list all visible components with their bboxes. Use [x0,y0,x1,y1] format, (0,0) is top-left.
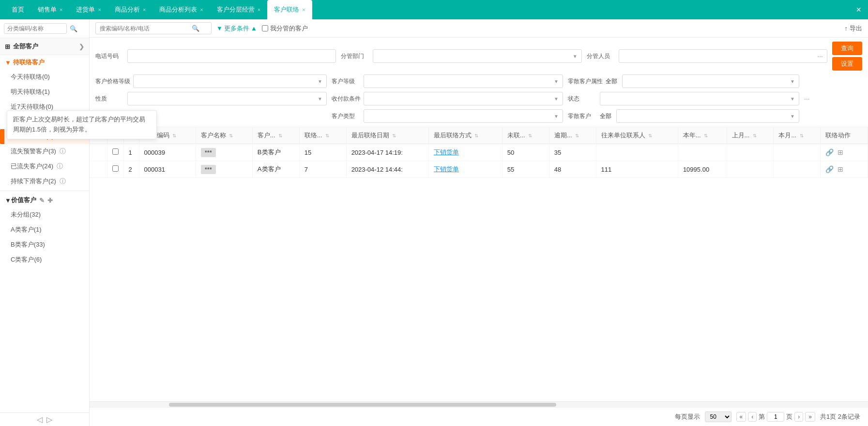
sidebar-all-customers[interactable]: ⊞ 全部客户 ❯ [0,38,89,55]
filter-customer-type-select[interactable]: ▼ [364,109,563,123]
filter-status-select[interactable]: ▼ [600,92,799,105]
filter-department-label: 分管部门 [341,52,370,60]
first-page-button[interactable]: « [736,412,746,422]
nav-customer-contact[interactable]: 客户联络 × [267,0,312,19]
filter-retail-attr-field: 零散客户属性 全部 ▼ [568,74,799,88]
scroll-thumb[interactable] [169,403,556,407]
th-uncontacted[interactable]: 未联... ⇅ [502,127,549,144]
th-last-contact-date[interactable]: 最后联络日期 ⇅ [346,127,428,144]
th-past-unit-contact[interactable]: 往来单位联系人 ⇅ [596,127,678,144]
nav-product-analysis[interactable]: 商品分析 × [108,0,152,19]
cell-method-0[interactable]: 下销货单 [428,144,502,161]
cell-checkbox-1[interactable] [107,161,123,178]
contact-method-link-0[interactable]: 下销货单 [434,148,459,156]
th-overdue[interactable]: 逾期... ⇅ [549,127,596,144]
sort-thismonth-icon: ⇅ [800,133,804,138]
nav-product-analysis-list[interactable]: 商品分析列表 × [152,0,210,19]
more-filters-button[interactable]: ▼ 更多条件 ▲ [216,24,257,33]
add-icon[interactable]: ✚ [47,197,53,204]
close-product-analysis-list-icon[interactable]: × [200,7,203,13]
sidebar-search-input[interactable] [4,23,67,34]
sidebar-item-class-b[interactable]: B类客户(33) [0,237,89,252]
last-page-button[interactable]: » [805,412,815,422]
export-button[interactable]: ↑ 导出 [845,24,863,33]
sidebar-item-tomorrow-pending[interactable]: 明天待联络(1) [0,85,89,100]
more-options-icon[interactable]: ··· [817,52,823,60]
filter-nature-field: 性质 ▼ [95,92,327,105]
sidebar-item-unclassified[interactable]: 未分组(32) [0,207,89,222]
cell-method-1[interactable]: 下销货单 [428,161,502,178]
filter-customer-grade-field: 客户等级 ▼ [332,74,563,88]
th-customer-type[interactable]: 客户... ⇅ [252,127,299,144]
customer-table: ⚙ 客户编码 ⇅ 客户名称 ⇅ 客户... ⇅ 联络... ⇅ 最后联络日期 ⇅… [90,127,868,178]
chevron-down-retail-icon: ▼ [790,79,795,84]
filter-payment-select[interactable]: ▼ [364,92,563,105]
filter-nature-select[interactable]: ▼ [127,92,327,105]
sidebar-group-value-customers[interactable]: ▼ 价值客户 ✎ ✚ [0,193,89,207]
sidebar-expand-btn[interactable]: ▷ [46,415,52,424]
grid-action-icon-0[interactable]: ⊞ [838,148,843,156]
page-number-input[interactable] [767,412,784,422]
grid-action-icon-1[interactable]: ⊞ [838,165,843,173]
filter-search-input[interactable] [100,25,192,32]
sidebar-item-class-a[interactable]: A类客户(1) [0,222,89,237]
settings-button[interactable]: 设置 [832,57,862,71]
nav-sales-order[interactable]: 销售单 × [31,0,69,19]
row-checkbox-0[interactable] [112,148,119,155]
sidebar-item-class-c[interactable]: C类客户(6) [0,252,89,267]
sidebar-section-pending-contact[interactable]: ▼ 待联络客户 [0,55,89,70]
next-page-button[interactable]: › [794,412,803,422]
filter-customer-grade-select[interactable]: ▼ [364,74,563,88]
filter-price-grade-label: 客户价格等级 [95,77,130,86]
nav-customer-segmentation[interactable]: 客户分层经营 × [210,0,267,19]
sidebar-item-declining[interactable]: 持续下滑客户(2) ⓘ [0,174,89,189]
cell-thismonth-0 [774,144,821,161]
prev-page-button[interactable]: ‹ [748,412,757,422]
th-this-year[interactable]: 本年... ⇅ [678,127,727,144]
filter-phone-input[interactable] [127,49,336,63]
contact-method-link-1[interactable]: 下销货单 [434,165,459,173]
cell-code-1: 000031 [139,161,196,178]
cell-checkbox-0[interactable] [107,144,123,161]
close-customer-contact-icon[interactable]: × [302,7,305,13]
row3-more-icon[interactable]: ··· [804,95,810,103]
filter-retail-attr-select[interactable]: ▼ [622,74,799,88]
cell-index-0: 1 [123,144,139,161]
sidebar-item-churn-warning[interactable]: 流失预警客户(3) ⓘ [0,144,89,159]
link-action-icon-1[interactable]: 🔗 [825,165,834,173]
close-product-analysis-icon[interactable]: × [143,7,146,13]
close-customer-segmentation-icon[interactable]: × [258,7,260,13]
sidebar-collapse-btn[interactable]: ◁ [37,415,43,424]
nav-purchase-order[interactable]: 进货单 × [69,0,107,19]
pagination-bar: 每页显示 50 100 200 « ‹ 第 页 › » 共1页 2条记录 [90,407,868,426]
sidebar-item-churned[interactable]: 已流失客户(24) ⓘ [0,159,89,174]
row-checkbox-1[interactable] [112,165,119,172]
sidebar-item-today-pending[interactable]: 今天待联络(0) [0,70,89,85]
close-all-tabs-button[interactable]: × [856,5,861,15]
horizontal-scrollbar[interactable] [90,401,868,407]
th-last-contact-method[interactable]: 最后联络方式 ⇅ [428,127,502,144]
th-last-month[interactable]: 上月... ⇅ [727,127,774,144]
cell-uncontacted-0: 50 [502,144,549,161]
collapse-icon[interactable]: ❯ [79,43,84,50]
sidebar-search-icon[interactable]: 🔍 [70,25,77,32]
nav-home[interactable]: 首页 [5,0,31,19]
th-this-month[interactable]: 本月... ⇅ [774,127,821,144]
link-action-icon-0[interactable]: 🔗 [825,148,834,156]
edit-icon[interactable]: ✎ [39,197,45,204]
close-purchase-order-icon[interactable]: × [98,7,101,13]
filter-retail-customer-select[interactable]: ▼ [616,109,799,123]
sort-unit-icon: ⇅ [648,133,652,138]
filter-manager-select[interactable]: ··· [619,49,827,63]
th-contact-count[interactable]: 联络... ⇅ [299,127,346,144]
cell-date-1: 2023-04-12 14:44: [346,161,428,178]
close-sales-order-icon[interactable]: × [60,7,62,13]
filter-price-grade-select[interactable]: ▼ [133,74,327,88]
query-button[interactable]: 查询 [832,42,862,55]
my-customers-checkbox[interactable] [262,25,268,31]
th-customer-name[interactable]: 客户名称 ⇅ [196,127,252,144]
filter-search-icon[interactable]: 🔍 [192,25,199,32]
per-page-select[interactable]: 50 100 200 [705,411,731,422]
filter-department-select[interactable]: ▼ [373,49,581,63]
filter-manager-label: 分管人员 [587,52,616,60]
